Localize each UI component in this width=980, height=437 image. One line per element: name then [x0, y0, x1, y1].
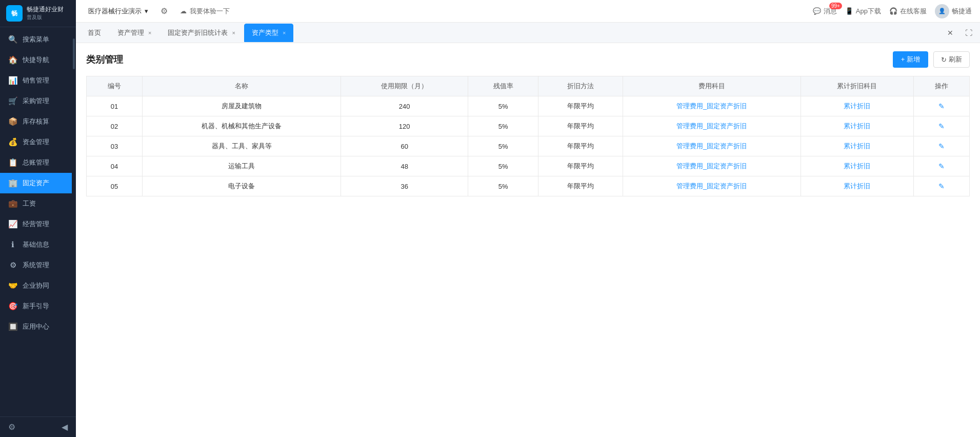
company-selector[interactable]: 医疗器械行业演示 ▾	[84, 5, 152, 18]
online-service-action[interactable]: 🎧 在线客服	[889, 7, 927, 16]
sidebar-item-salary[interactable]: 💼 工资	[0, 193, 72, 214]
cell-cost: 管理费用_固定资产折旧	[623, 156, 801, 176]
sidebar-item-fixed[interactable]: 🏢 固定资产	[0, 173, 72, 193]
sidebar-item-apps[interactable]: 🔲 应用中心	[0, 316, 72, 337]
new-button[interactable]: + 新增	[893, 51, 928, 68]
app-download-label: App下载	[856, 7, 881, 16]
cost-link[interactable]: 管理费用_固定资产折旧	[676, 102, 747, 110]
sales-icon: 📊	[8, 76, 17, 85]
cell-method: 年限平均	[538, 176, 623, 196]
sidebar-item-label: 销售管理	[23, 76, 49, 85]
app-download-action[interactable]: 📱 App下载	[845, 7, 881, 16]
message-icon: 💬	[813, 7, 821, 15]
cell-cost: 管理费用_固定资产折旧	[623, 176, 801, 196]
system-icon: ⚙	[8, 261, 17, 270]
app-subtitle: 普及版	[27, 14, 64, 21]
cell-code: 05	[87, 176, 143, 196]
tab-close-icon[interactable]: ×	[232, 30, 235, 36]
tab-资产管理[interactable]: 资产管理×	[110, 24, 159, 42]
purchase-icon: 🛒	[8, 96, 17, 106]
cell-period: 36	[341, 176, 468, 196]
topbar-settings-icon[interactable]: ⚙	[158, 4, 170, 18]
scrollbar-thumb[interactable]	[73, 38, 75, 69]
settings-footer-icon[interactable]: ⚙	[8, 422, 15, 432]
cell-method: 年限平均	[538, 136, 623, 156]
user-label: 畅捷通	[952, 7, 972, 16]
salary-icon: 💼	[8, 199, 17, 208]
sidebar-item-sales[interactable]: 📊 销售管理	[0, 70, 72, 91]
tab-资产类型[interactable]: 资产类型×	[244, 24, 293, 42]
table-header: 编号名称使用期限（月）残值率折旧方法费用科目累计折旧科目操作	[87, 76, 970, 96]
dropdown-icon: ▾	[145, 7, 148, 15]
sidebar: 畅 畅捷通好业财 普及版 🔍 搜索菜单 🏠 快捷导航 📊 销售管理 🛒 采购管理…	[0, 0, 76, 437]
page-header: 类别管理 + 新增 ↻ 刷新	[86, 51, 970, 68]
accum-link[interactable]: 累计折旧	[844, 142, 870, 150]
page-title: 类别管理	[86, 53, 123, 66]
sidebar-item-newbie[interactable]: 🎯 新手引导	[0, 296, 72, 316]
refresh-button[interactable]: ↻ 刷新	[933, 51, 970, 68]
cost-link[interactable]: 管理费用_固定资产折旧	[676, 182, 747, 190]
sidebar-item-label: 总账管理	[23, 158, 49, 167]
accum-link[interactable]: 累计折旧	[844, 122, 870, 130]
apps-icon: 🔲	[8, 322, 17, 331]
sidebar-item-label: 搜索菜单	[23, 35, 49, 44]
message-action[interactable]: 💬 消息 99+	[813, 7, 837, 16]
edit-icon[interactable]: ✎	[938, 142, 945, 150]
cell-method: 年限平均	[538, 116, 623, 136]
user-profile[interactable]: 👤 畅捷通	[935, 4, 972, 18]
cost-link[interactable]: 管理费用_固定资产折旧	[676, 122, 747, 130]
collapse-icon[interactable]: ◀	[62, 422, 68, 432]
accum-link[interactable]: 累计折旧	[844, 102, 870, 110]
edit-icon[interactable]: ✎	[938, 122, 945, 130]
cell-method: 年限平均	[538, 96, 623, 116]
accum-link[interactable]: 累计折旧	[844, 162, 870, 170]
close-window-button[interactable]: ✕	[943, 26, 957, 40]
experience-button[interactable]: ☁ 我要体验一下	[176, 5, 234, 18]
tab-label: 首页	[88, 28, 101, 37]
sidebar-item-basic[interactable]: ℹ 基础信息	[0, 234, 72, 255]
table-header-cell: 费用科目	[623, 76, 801, 96]
sidebar-item-enterprise[interactable]: 🤝 企业协同	[0, 275, 72, 296]
cell-name: 器具、工具、家具等	[143, 136, 341, 156]
table-row: 01 房屋及建筑物 240 5% 年限平均 管理费用_固定资产折旧 累计折旧 ✎	[87, 96, 970, 116]
content-area: 类别管理 + 新增 ↻ 刷新 编号名称使用期限（月）残值率折旧方法费用科目累计折…	[76, 43, 980, 437]
sidebar-item-purchase[interactable]: 🛒 采购管理	[0, 91, 72, 111]
sidebar-scrollbar[interactable]	[72, 27, 76, 416]
sidebar-item-finance[interactable]: 💰 资金管理	[0, 132, 72, 152]
sidebar-item-ledger[interactable]: 📋 总账管理	[0, 152, 72, 173]
main-area: 医疗器械行业演示 ▾ ⚙ ☁ 我要体验一下 💬 消息 99+ 📱 App下载 🎧…	[76, 0, 980, 437]
tab-首页[interactable]: 首页	[80, 24, 109, 42]
avatar-icon: 👤	[938, 8, 946, 14]
cell-period: 120	[341, 116, 468, 136]
window-controls: ✕ ⛶	[943, 26, 976, 40]
sidebar-item-label: 应用中心	[23, 322, 49, 331]
basic-icon: ℹ	[8, 240, 17, 249]
tab-固定资产折旧统计表[interactable]: 固定资产折旧统计表×	[160, 24, 243, 42]
cell-action: ✎	[913, 176, 969, 196]
tab-close-icon[interactable]: ×	[148, 30, 151, 36]
cell-code: 03	[87, 136, 143, 156]
cloud-icon: ☁	[180, 7, 187, 15]
maximize-window-button[interactable]: ⛶	[962, 26, 976, 40]
sidebar-item-label: 新手引导	[23, 302, 49, 311]
experience-label: 我要体验一下	[190, 7, 230, 16]
sidebar-item-search[interactable]: 🔍 搜索菜单	[0, 29, 72, 50]
sidebar-item-operation[interactable]: 📈 经营管理	[0, 214, 72, 234]
edit-icon[interactable]: ✎	[938, 102, 945, 110]
sidebar-item-quicknav[interactable]: 🏠 快捷导航	[0, 50, 72, 70]
app-logo: 畅	[6, 5, 23, 22]
cost-link[interactable]: 管理费用_固定资产折旧	[676, 142, 747, 150]
tab-close-icon[interactable]: ×	[283, 30, 286, 36]
sidebar-item-label: 快捷导航	[23, 55, 49, 65]
edit-icon[interactable]: ✎	[938, 182, 945, 190]
sidebar-item-system[interactable]: ⚙ 系统管理	[0, 255, 72, 275]
topbar-right: 💬 消息 99+ 📱 App下载 🎧 在线客服 👤 畅捷通	[813, 4, 972, 18]
cell-action: ✎	[913, 156, 969, 176]
cost-link[interactable]: 管理费用_固定资产折旧	[676, 162, 747, 170]
cell-method: 年限平均	[538, 156, 623, 176]
cell-accum: 累计折旧	[801, 136, 913, 156]
sidebar-item-inventory[interactable]: 📦 库存核算	[0, 111, 72, 132]
edit-icon[interactable]: ✎	[938, 162, 945, 170]
sidebar-item-label: 固定资产	[23, 178, 49, 188]
accum-link[interactable]: 累计折旧	[844, 182, 870, 190]
